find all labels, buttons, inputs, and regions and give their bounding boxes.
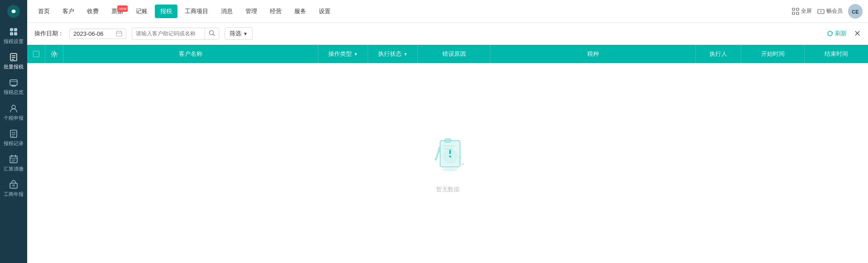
filter-label: 筛选 (230, 29, 241, 38)
th-optype[interactable]: 操作类型 ▼ (318, 45, 368, 63)
svg-rect-46 (445, 139, 451, 142)
th-status[interactable]: 执行状态 ▼ (368, 45, 418, 63)
th-endtime: 结束时间 (805, 45, 868, 63)
nav-item-shezhi[interactable]: 设置 (313, 5, 336, 18)
nav-item-customer[interactable]: 客户 (57, 5, 80, 18)
close-button[interactable]: ✕ (854, 29, 861, 38)
top-nav-right: 全屏 畅会员 CE (792, 4, 863, 19)
sidebar-item-baoshui-zonglian[interactable]: 报税总览 (0, 73, 27, 99)
toolbar-right: 刷新 ✕ (827, 29, 861, 38)
baoshui-jilu-icon (7, 128, 20, 139)
search-wrapper (132, 28, 219, 40)
svg-point-1 (12, 10, 15, 13)
geshui-shenbao-icon (7, 103, 20, 114)
th-starttime: 开始时间 (741, 45, 805, 63)
th-reason: 错误原因 (418, 45, 490, 63)
svg-rect-3 (14, 28, 17, 31)
empty-text: 暂无数据 (436, 185, 460, 194)
sidebar-item-huisuan-jiaona-label: 汇算清缴 (4, 166, 24, 172)
svg-rect-2 (10, 28, 13, 31)
svg-rect-5 (14, 32, 17, 35)
baoshui-shezhi-icon (7, 26, 20, 37)
sidebar-item-piliang-baoshui-label: 批量报税 (4, 64, 24, 70)
sidebar-item-baoshui-shezhi-label: 报税设置 (4, 39, 24, 44)
sidebar-item-baoshui-jilu-label: 报税记录 (4, 141, 24, 146)
nav-item-fuwu[interactable]: 服务 (289, 5, 312, 18)
piliang-baoshui-icon (7, 52, 20, 63)
svg-rect-30 (792, 12, 795, 15)
nav-item-shoufei[interactable]: 收费 (82, 5, 104, 18)
svg-rect-10 (10, 80, 17, 85)
sidebar: 报税设置 批量报税 报税总览 个税申报 报税记录 汇算清缴 工商 (0, 0, 27, 263)
fullscreen-label: 全屏 (801, 7, 812, 15)
nav-item-xiaoxi[interactable]: 消息 (216, 5, 238, 18)
svg-point-33 (820, 10, 822, 12)
svg-point-15 (12, 105, 15, 109)
sidebar-item-baoshui-jilu[interactable]: 报税记录 (0, 125, 27, 150)
status-sort-icon: ▼ (403, 52, 408, 57)
svg-rect-29 (796, 8, 799, 10)
svg-rect-36 (116, 31, 122, 36)
refresh-button[interactable]: 刷新 (827, 29, 847, 38)
search-button[interactable] (205, 28, 219, 39)
baoshui-zonglian-icon (7, 77, 20, 88)
svg-rect-28 (792, 8, 795, 10)
main-area: 首页 客户 收费 票据 new 记账 报税 工商项目 消息 (27, 0, 868, 263)
svg-point-52 (459, 156, 461, 159)
svg-rect-4 (10, 32, 13, 35)
date-input[interactable] (73, 30, 113, 37)
table-header: 客户名称 操作类型 ▼ 执行状态 ▼ 错误原因 税种 执行人 (27, 45, 868, 63)
filter-button[interactable]: 筛选 ▼ (225, 27, 253, 40)
th-settings[interactable] (45, 45, 63, 63)
th-executor: 执行人 (696, 45, 741, 63)
nav-item-guanli[interactable]: 管理 (240, 5, 263, 18)
empty-state: 暂无数据 (427, 132, 468, 194)
svg-line-41 (213, 34, 215, 36)
sidebar-item-geshui-shenbao[interactable]: 个税申报 (0, 99, 27, 125)
nav-item-piaoju[interactable]: 票据 new (106, 5, 129, 18)
search-input[interactable] (132, 29, 205, 39)
sidebar-item-baoshui-shezhi[interactable]: 报税设置 (0, 23, 27, 48)
avatar[interactable]: CE (848, 4, 863, 19)
empty-illustration (427, 132, 468, 180)
sidebar-item-geshui-shenbao-label: 个税申报 (4, 115, 24, 121)
table-wrapper: 客户名称 操作类型 ▼ 执行状态 ▼ 错误原因 税种 执行人 (27, 45, 868, 263)
sidebar-item-baoshui-zonglian-label: 报税总览 (4, 89, 24, 95)
toolbar: 操作日期： 筛选 ▼ 刷新 ✕ (27, 23, 868, 45)
svg-rect-48 (449, 150, 451, 154)
svg-point-53 (462, 163, 464, 165)
date-picker[interactable] (69, 29, 126, 39)
content-area: 操作日期： 筛选 ▼ 刷新 ✕ (27, 23, 868, 263)
svg-rect-31 (796, 12, 799, 15)
sidebar-item-gongshang-nianbao-label: 工商年报 (4, 191, 24, 197)
sidebar-item-piliang-baoshui[interactable]: 批量报税 (0, 48, 27, 73)
date-label: 操作日期： (34, 29, 64, 38)
svg-text:CE: CE (852, 9, 858, 15)
nav-item-jizhang[interactable]: 记账 (130, 5, 153, 18)
nav-item-gongshang[interactable]: 工商项目 (179, 5, 214, 18)
svg-point-49 (449, 156, 451, 157)
nav-item-home[interactable]: 首页 (33, 5, 55, 18)
nav-item-baoshui[interactable]: 报税 (155, 5, 177, 18)
svg-rect-20 (10, 156, 17, 163)
refresh-label: 刷新 (835, 29, 847, 38)
new-badge: new (117, 5, 128, 12)
svg-rect-27 (12, 185, 15, 186)
nav-items: 首页 客户 收费 票据 new 记账 报税 工商项目 消息 (33, 5, 792, 18)
filter-chevron-icon: ▼ (243, 31, 248, 36)
th-checkbox[interactable] (27, 45, 45, 63)
vip-button[interactable]: 畅会员 (817, 7, 843, 15)
app-logo (0, 0, 27, 23)
header-checkbox[interactable] (33, 51, 39, 57)
vip-label: 畅会员 (826, 7, 843, 15)
sidebar-item-huisuan-jiaona[interactable]: 汇算清缴 (0, 150, 27, 175)
huisuan-jiaona-icon (7, 154, 20, 165)
fullscreen-button[interactable]: 全屏 (792, 7, 812, 15)
th-taxtype: 税种 (490, 45, 696, 63)
sidebar-item-gongshang-nianbao[interactable]: 工商年报 (0, 175, 27, 201)
svg-rect-16 (10, 130, 17, 137)
th-client: 客户名称 (63, 45, 318, 63)
svg-point-54 (442, 168, 458, 171)
top-nav: 首页 客户 收费 票据 new 记账 报税 工商项目 消息 (27, 0, 868, 23)
nav-item-jingying[interactable]: 经营 (264, 5, 287, 18)
